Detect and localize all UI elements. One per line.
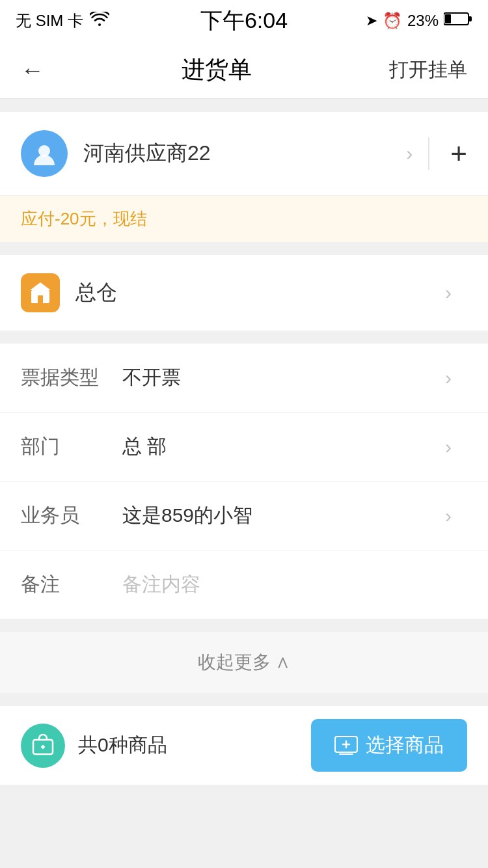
back-button[interactable]: ←: [21, 57, 44, 84]
warehouse-chevron-icon: ›: [445, 282, 452, 304]
svg-rect-6: [38, 295, 43, 303]
status-time: 下午6:04: [200, 6, 288, 36]
ticket-type-value: 不开票: [112, 364, 445, 391]
warehouse-icon: [21, 273, 60, 312]
form-card: 票据类型 不开票 › 部门 总 部 › 业务员 这是859的小智 › 备注 备注…: [0, 344, 488, 619]
product-icon: [21, 724, 65, 768]
ticket-chevron-icon: ›: [445, 367, 452, 389]
supplier-divider: [428, 137, 429, 170]
dept-chevron-icon: ›: [445, 436, 452, 458]
svg-rect-2: [468, 16, 472, 21]
sales-label: 业务员: [21, 502, 112, 529]
remark-label: 备注: [21, 571, 112, 598]
svg-rect-1: [445, 14, 451, 23]
ticket-type-row[interactable]: 票据类型 不开票 ›: [0, 344, 488, 413]
battery-label: 23%: [407, 12, 439, 30]
status-left: 无 SIM 卡: [16, 10, 109, 31]
dept-label: 部门: [21, 433, 112, 460]
dept-value: 总 部: [112, 433, 445, 460]
supplier-avatar: [21, 130, 68, 177]
wifi-icon: [90, 12, 109, 30]
supplier-name: 河南供应商22: [83, 139, 406, 168]
product-info: 共0种商品: [21, 724, 167, 768]
warehouse-name: 总仓: [75, 278, 445, 307]
product-count: 共0种商品: [78, 732, 167, 759]
notice-bar: 应付-20元，现结: [0, 196, 488, 242]
section-gap-2: [0, 242, 488, 255]
remark-input[interactable]: 备注内容: [112, 571, 467, 598]
dept-row[interactable]: 部门 总 部 ›: [0, 413, 488, 481]
supplier-row[interactable]: 河南供应商22 › +: [0, 112, 488, 196]
select-product-button[interactable]: 选择商品: [311, 719, 467, 772]
sales-row[interactable]: 业务员 这是859的小智 ›: [0, 481, 488, 550]
notice-text: 应付-20元，现结: [21, 209, 147, 228]
alarm-icon: ⏰: [383, 12, 402, 30]
supplier-chevron-icon: ›: [406, 142, 413, 165]
page-rest: [0, 785, 488, 868]
location-icon: ➤: [366, 12, 377, 29]
ticket-type-label: 票据类型: [21, 364, 112, 391]
sales-value: 这是859的小智: [112, 502, 445, 529]
battery-icon: [444, 12, 472, 30]
select-product-label: 选择商品: [366, 732, 444, 759]
collapse-bar[interactable]: 收起更多 ∧: [0, 632, 488, 693]
page-title: 进货单: [182, 54, 252, 86]
warehouse-card: 总仓 ›: [0, 255, 488, 331]
status-right: ➤ ⏰ 23%: [366, 12, 472, 30]
nav-bar: ← 进货单 打开挂单: [0, 42, 488, 99]
add-supplier-button[interactable]: +: [445, 137, 467, 170]
supplier-card: 河南供应商22 › + 应付-20元，现结: [0, 112, 488, 242]
sim-label: 无 SIM 卡: [16, 10, 83, 31]
svg-marker-5: [30, 282, 51, 290]
status-bar: 无 SIM 卡 下午6:04 ➤ ⏰ 23%: [0, 0, 488, 42]
bottom-bar: 共0种商品 选择商品: [0, 706, 488, 785]
remark-row[interactable]: 备注 备注内容: [0, 550, 488, 619]
warehouse-row[interactable]: 总仓 ›: [0, 255, 488, 331]
open-pending-button[interactable]: 打开挂单: [389, 57, 467, 83]
section-gap-1: [0, 99, 488, 112]
sales-chevron-icon: ›: [445, 505, 452, 527]
collapse-label: 收起更多 ∧: [198, 652, 291, 672]
